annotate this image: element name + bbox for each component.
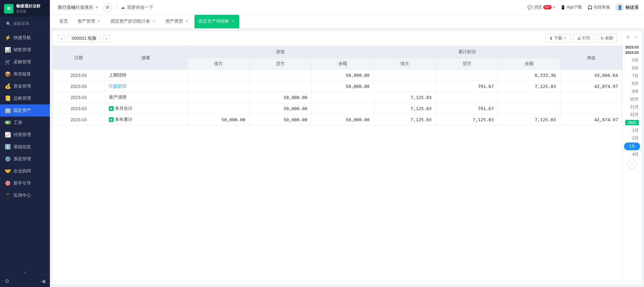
- summary-link[interactable]: 计提折旧: [109, 84, 126, 89]
- download-button[interactable]: 📱 App下载: [560, 4, 582, 10]
- yearly-total-badge: ■ 本年累计: [109, 117, 132, 123]
- next-asset-button[interactable]: ›: [103, 35, 110, 42]
- th-orig-credit: 贷方: [249, 58, 311, 70]
- current-year-badge: 2023: [625, 120, 639, 125]
- th-original-value: 原值: [187, 46, 374, 58]
- sidebar-item-capital[interactable]: 💰 资金管理: [0, 80, 50, 92]
- main-panel: ‹ 000001 电脑 › ⬇ 下载 ▼ 🖨 打印: [53, 31, 622, 284]
- asset-id-display: 000001 电脑: [68, 34, 100, 42]
- app-logo: 财: [4, 4, 13, 13]
- timeline-month-7[interactable]: 7月: [623, 72, 641, 80]
- timeline-panel: ✕ ⤢ 2023.03 2023.03 5月 6月 7月 8月 9月 10月 1…: [622, 31, 641, 284]
- feedback-button[interactable]: ☁ 我要体验一下: [121, 4, 153, 10]
- sidebar-item-inventory[interactable]: 📦 库存核算: [0, 68, 50, 80]
- tab-depreciation-stats-close[interactable]: ✕: [151, 19, 156, 24]
- search-icon: 🔍: [6, 22, 11, 26]
- sidebar-item-system[interactable]: ⚙️ 系统管理: [0, 153, 50, 165]
- sidebar-footer: ⚙ ◀: [0, 275, 50, 287]
- timeline-close-button[interactable]: ✕: [624, 32, 632, 42]
- sidebar-item-basicinfo[interactable]: ℹ️ 基础信息: [0, 141, 50, 153]
- timeline-month-4[interactable]: 4月: [623, 151, 641, 158]
- message-button[interactable]: 💬 消息 99+ +: [527, 4, 555, 10]
- service-icon: 🎧: [587, 5, 592, 10]
- download-toolbar-button[interactable]: ⬇ 下载 ▼: [546, 34, 571, 43]
- purchase-icon: 🛒: [5, 59, 11, 65]
- timeline-month-10[interactable]: 10月: [623, 95, 641, 103]
- company-settings-button[interactable]: ⚙: [103, 3, 112, 12]
- tab-depreciation-stats[interactable]: 固定资产折旧统计表 ✕: [106, 15, 160, 28]
- sidebar-item-quicknav[interactable]: ⚡ 快捷导航: [0, 32, 50, 44]
- prev-asset-button[interactable]: ‹: [58, 35, 65, 42]
- capital-icon: 💰: [5, 83, 11, 89]
- timeline-month-3-active[interactable]: 3月: [624, 142, 640, 150]
- service-button[interactable]: 🎧 在线客服: [587, 4, 610, 10]
- sidebar-item-ledger[interactable]: 📒 总账管理: [0, 92, 50, 104]
- company-selector[interactable]: 医疗器械行业演示 ▼: [55, 3, 101, 12]
- tab-asset-detail[interactable]: 固定资产明细账 ✕: [194, 15, 239, 28]
- cell-net-value: 43,666.64: [560, 70, 622, 81]
- download-toolbar-icon: ⬇: [549, 36, 553, 41]
- timeline-month-9[interactable]: 9月: [623, 88, 641, 95]
- asset-toolbar: ⬇ 下载 ▼ 🖨 打印 ↻ 刷新: [546, 34, 617, 43]
- print-button[interactable]: 🖨 打印: [573, 34, 594, 43]
- sidebar-item-appcenter[interactable]: 📱 应用中心: [0, 189, 50, 201]
- sidebar-item-salary[interactable]: 💵 工资: [0, 117, 50, 129]
- sidebar-item-sales[interactable]: 📊 销售管理: [0, 44, 50, 56]
- timeline-month-2[interactable]: 2月: [623, 134, 641, 142]
- tab-asset-detail-close[interactable]: ✕: [231, 19, 235, 24]
- cooperation-icon: 🤝: [5, 168, 11, 174]
- sidebar-item-salary-label: 工资: [13, 120, 22, 126]
- timeline-expand-button[interactable]: ⤢: [632, 32, 640, 42]
- tab-asset-detail-label: 固定资产明细账: [198, 18, 229, 24]
- timeline-month-5[interactable]: 5月: [623, 57, 641, 64]
- cell-orig-debit: [187, 81, 249, 92]
- timeline-month-11[interactable]: 11月: [623, 103, 641, 111]
- tab-asset-type-close[interactable]: ✕: [184, 19, 189, 24]
- search-menu-button[interactable]: 🔍 搜索菜单: [3, 20, 47, 28]
- tab-asset-type[interactable]: 资产类型 ✕: [161, 15, 193, 28]
- timeline-month-8[interactable]: 8月: [623, 80, 641, 88]
- cell-summary: 计提折旧: [104, 81, 187, 92]
- th-orig-debit: 借方: [187, 58, 249, 70]
- refresh-button[interactable]: ↻ 刷新: [597, 34, 617, 43]
- service-label: 在线客服: [594, 4, 610, 10]
- table-container: 日期 摘要 原值 累计折旧 净值 借方 贷方 余额 借方 贷方 余额: [53, 46, 622, 284]
- cell-date: 2023-03: [53, 70, 105, 81]
- cell-date: 2023-03: [53, 114, 105, 125]
- sidebar-item-guide[interactable]: 🎯 新手引导: [0, 177, 50, 189]
- timeline-month-1[interactable]: 1月: [623, 127, 641, 134]
- tab-asset-management[interactable]: 资产管理 ✕: [73, 15, 105, 28]
- cell-accum-debit: [374, 70, 436, 81]
- badge-plus: +: [553, 5, 555, 9]
- feedback-label: 我要体验一下: [127, 4, 153, 10]
- gear-icon: ⚙: [105, 5, 110, 10]
- collapse-sidebar-icon[interactable]: ◀: [41, 278, 45, 284]
- user-menu[interactable]: 👤 畅捷通: [615, 3, 639, 12]
- basicinfo-icon: ℹ️: [5, 144, 11, 150]
- sidebar-item-fixedassets[interactable]: 🏢 固定资产: [0, 104, 50, 117]
- cell-date: 2023-03: [53, 92, 105, 103]
- sidebar-item-cooperation-label: 企业协同: [13, 168, 31, 174]
- sidebar-item-operations[interactable]: 📈 经营管理: [0, 129, 50, 141]
- settings-icon[interactable]: ⚙: [5, 278, 9, 284]
- cell-orig-debit: 50,000.00: [187, 114, 249, 125]
- tabs-bar: 首页 资产管理 ✕ 固定资产折旧统计表 ✕ 资产类型 ✕ 固定资产明细账 ✕: [50, 15, 644, 28]
- cell-summary: ■ 本月合计: [104, 103, 187, 114]
- guide-icon: 🎯: [5, 180, 11, 186]
- timeline-month-12[interactable]: 12月: [623, 111, 641, 119]
- timeline-down-arrow[interactable]: ↓: [627, 160, 637, 169]
- topbar: 医疗器械行业演示 ▼ ⚙ ☁ 我要体验一下 💬 消息 99+ + 📱 App下载…: [50, 0, 644, 15]
- sidebar-item-cooperation[interactable]: 🤝 企业协同: [0, 165, 50, 177]
- tab-home[interactable]: 首页: [55, 15, 72, 28]
- sidebar-nav: ⚡ 快捷导航 📊 销售管理 🛒 采购管理 📦 库存核算 💰 资金管理 📒 总账管…: [0, 30, 50, 270]
- message-icon: 💬: [527, 5, 532, 10]
- tab-asset-management-close[interactable]: ✕: [96, 19, 101, 24]
- sidebar-item-purchase[interactable]: 🛒 采购管理: [0, 56, 50, 68]
- sidebar-item-fixedassets-label: 固定资产: [13, 107, 31, 114]
- sidebar-item-system-label: 系统管理: [13, 156, 31, 162]
- timeline-month-6[interactable]: 6月: [623, 64, 641, 72]
- table-row: 2023-03 上期结转 50,000.00 6,333.36 43,666.6…: [53, 70, 622, 81]
- cell-date: 2023-03: [53, 103, 105, 114]
- cell-summary: ■ 本年累计: [104, 114, 187, 125]
- app-title-group: 畅捷通好业财 普及版: [16, 3, 40, 14]
